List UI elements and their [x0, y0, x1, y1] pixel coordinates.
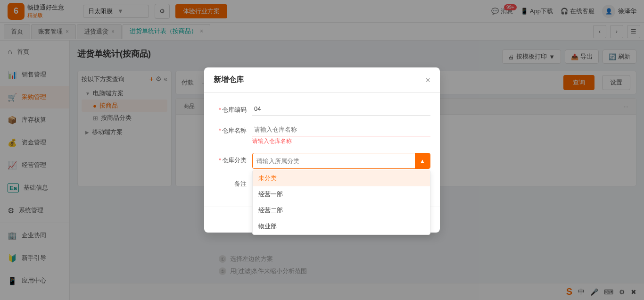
code-field-wrap — [252, 102, 430, 116]
modal-close-button[interactable]: × — [425, 76, 430, 84]
code-label: 仓库编码 — [214, 102, 247, 114]
name-error-text: 请输入仓库名称 — [252, 137, 430, 145]
form-row-code: 仓库编码 — [214, 102, 430, 116]
modal-title: 新增仓库 — [214, 75, 244, 85]
code-input[interactable] — [252, 102, 430, 116]
category-label: 仓库分类 — [214, 153, 247, 165]
category-input[interactable] — [253, 155, 415, 167]
name-input[interactable] — [252, 123, 430, 136]
form-row-category: 仓库分类 ▲ 未分类 经营一部 — [214, 153, 430, 169]
dropdown-item-dept1[interactable]: 经营一部 — [253, 186, 430, 202]
name-field-wrap: 请输入仓库名称 — [252, 123, 430, 145]
dropdown-item-property[interactable]: 物业部 — [253, 218, 430, 234]
new-warehouse-modal: 新增仓库 × 仓库编码 仓库名称 请输入仓库名称 仓库分类 — [204, 67, 440, 233]
name-label: 仓库名称 — [214, 123, 247, 135]
chevron-up-icon: ▲ — [420, 158, 426, 165]
modal-body: 仓库编码 仓库名称 请输入仓库名称 仓库分类 — [204, 93, 440, 207]
dropdown-item-dept2[interactable]: 经营二部 — [253, 202, 430, 218]
modal-overlay: 新增仓库 × 仓库编码 仓库名称 请输入仓库名称 仓库分类 — [0, 0, 644, 300]
category-input-row: ▲ — [252, 153, 430, 169]
remark-label: 备注 — [214, 176, 247, 188]
form-row-name: 仓库名称 请输入仓库名称 — [214, 123, 430, 145]
category-field-wrap: ▲ 未分类 经营一部 经营二部 物业 — [252, 153, 430, 169]
category-dropdown-list: 未分类 经营一部 经营二部 物业部 — [252, 170, 430, 235]
modal-header: 新增仓库 × — [204, 67, 440, 93]
dropdown-item-uncategorized[interactable]: 未分类 — [253, 170, 430, 186]
dropdown-arrow-button[interactable]: ▲ — [415, 153, 430, 168]
